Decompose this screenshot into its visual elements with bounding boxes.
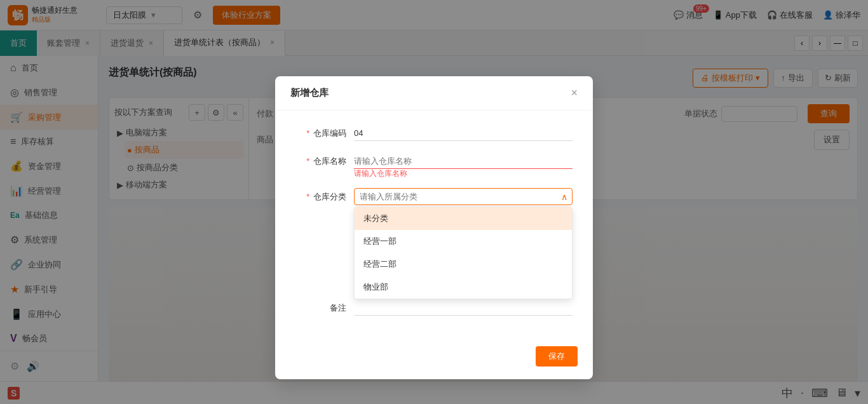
category-dropdown: 未分类 经营一部 经营二部 物业部	[354, 206, 573, 299]
required-star-name: *	[306, 156, 309, 166]
required-star-code: *	[306, 128, 309, 138]
note-label: 备注	[295, 302, 346, 314]
modal-title: 新增仓库	[290, 87, 329, 99]
warehouse-name-error: 请输入仓库名称	[354, 168, 407, 179]
modal-header: 新增仓库 ×	[275, 76, 593, 111]
dropdown-item-1[interactable]: 经营一部	[355, 230, 572, 253]
form-row-category: * 仓库分类 ∧ 未分类 经营一部 经营二部 物业部	[295, 188, 573, 205]
modal-body: * 仓库编码 * 仓库名称 请输入仓库名称 * 仓库分类	[275, 111, 593, 339]
form-row-code: * 仓库编码	[295, 126, 573, 141]
warehouse-name-input[interactable]	[354, 154, 573, 169]
dropdown-item-2[interactable]: 经营二部	[355, 253, 572, 276]
warehouse-category-input[interactable]	[354, 188, 573, 205]
modal-close-button[interactable]: ×	[571, 86, 578, 100]
modal-overlay: 新增仓库 × * 仓库编码 * 仓库名称 请输入仓库名称	[0, 0, 868, 404]
form-row-note: 备注	[295, 300, 573, 316]
code-label: * 仓库编码	[295, 128, 346, 139]
category-input-wrap: ∧	[354, 188, 573, 205]
name-label: * 仓库名称	[295, 156, 346, 167]
warehouse-code-input[interactable]	[354, 126, 573, 141]
save-button[interactable]: 保存	[536, 346, 578, 367]
warehouse-modal: 新增仓库 × * 仓库编码 * 仓库名称 请输入仓库名称	[275, 76, 593, 379]
form-row-name: * 仓库名称 请输入仓库名称	[295, 154, 573, 169]
dropdown-item-0[interactable]: 未分类	[355, 207, 572, 230]
required-star-category: *	[306, 192, 309, 201]
modal-footer: 保存	[275, 339, 593, 379]
note-input[interactable]	[354, 300, 573, 316]
dropdown-item-3[interactable]: 物业部	[355, 276, 572, 299]
category-label: * 仓库分类	[295, 191, 346, 203]
